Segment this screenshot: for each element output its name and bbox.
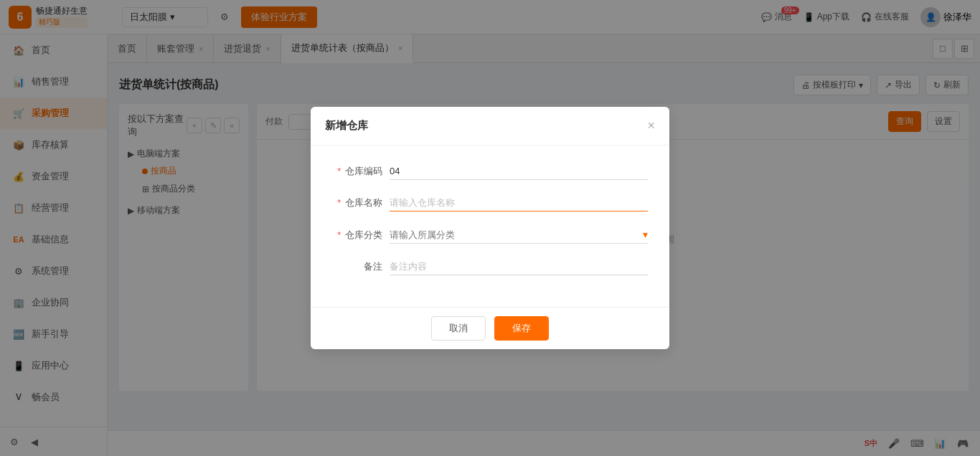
- name-label: * 仓库名称: [332, 196, 382, 209]
- dialog-title: 新增仓库: [325, 119, 368, 133]
- form-row-remark: 备注: [332, 258, 648, 275]
- category-input[interactable]: [390, 229, 643, 240]
- dialog-footer: 取消 保存: [311, 307, 669, 349]
- name-required-star: *: [337, 197, 341, 208]
- dialog-header: 新增仓库 ×: [311, 107, 669, 146]
- category-dropdown-icon: ▾: [643, 229, 648, 240]
- category-label: * 仓库分类: [332, 229, 382, 242]
- save-button[interactable]: 保存: [494, 316, 549, 341]
- form-row-category: * 仓库分类 ▾: [332, 226, 648, 244]
- category-select[interactable]: ▾: [390, 226, 648, 244]
- name-input[interactable]: [390, 194, 648, 212]
- form-row-code: * 仓库编码: [332, 163, 648, 180]
- dialog-body: * 仓库编码 * 仓库名称 * 仓库分类: [311, 146, 669, 307]
- add-warehouse-dialog: 新增仓库 × * 仓库编码 * 仓库名称: [311, 107, 669, 349]
- cancel-button[interactable]: 取消: [431, 316, 486, 341]
- code-required-star: *: [337, 166, 341, 176]
- category-required-star: *: [337, 229, 341, 240]
- form-row-name: * 仓库名称: [332, 194, 648, 212]
- remark-label: 备注: [332, 260, 382, 273]
- dialog-close-button[interactable]: ×: [647, 118, 655, 133]
- remark-input[interactable]: [390, 258, 648, 275]
- code-label: * 仓库编码: [332, 165, 382, 178]
- code-input[interactable]: [390, 163, 648, 180]
- modal-overlay: 新增仓库 × * 仓库编码 * 仓库名称: [0, 0, 980, 456]
